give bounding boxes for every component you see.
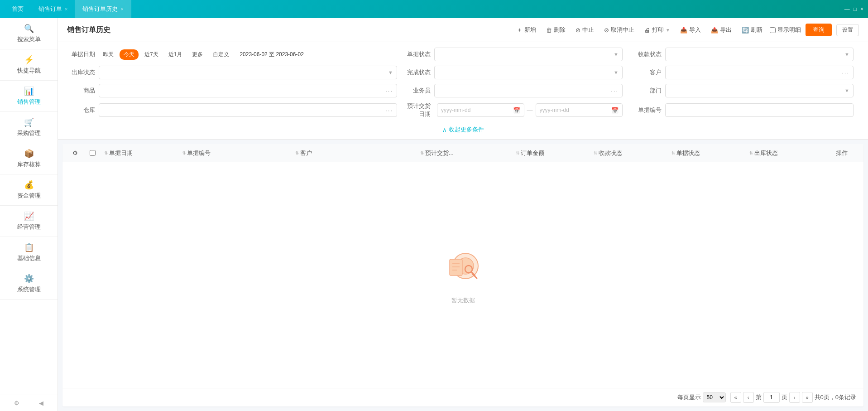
collapse-row[interactable]: ∧ 收起更多条件 xyxy=(67,123,859,134)
bill-status-field[interactable]: ▼ xyxy=(434,48,623,61)
next-page-btn[interactable]: › xyxy=(789,392,800,403)
delivery-date-start[interactable]: yyyy-mm-dd 📅 xyxy=(437,103,524,117)
th-delivery[interactable]: ⇅ 预计交货... xyxy=(417,149,512,157)
search-menu-icon: 🔍 xyxy=(24,24,34,34)
tab-sales-order-label: 销售订单 xyxy=(38,5,62,13)
sidebar-item-operations[interactable]: 📈 经营管理 xyxy=(0,206,58,237)
tab-sales-order-history-close[interactable]: × xyxy=(120,6,123,12)
export-button[interactable]: 📤 导出 xyxy=(708,24,734,36)
first-page-btn[interactable]: « xyxy=(730,392,741,403)
table-settings-icon: ⚙ xyxy=(72,150,78,156)
date-tab-today[interactable]: 今天 xyxy=(120,49,139,60)
sidebar-item-system[interactable]: ⚙️ 系统管理 xyxy=(0,268,58,300)
per-page-dropdown[interactable]: 50 10 20 100 xyxy=(703,392,726,402)
refresh-button[interactable]: 🔄 刷新 xyxy=(739,24,765,36)
receipt-status-field[interactable]: ▼ xyxy=(665,48,854,61)
salesperson-label: 业务员 xyxy=(403,87,434,95)
import-button[interactable]: 📥 导入 xyxy=(677,24,704,36)
delete-button[interactable]: 🗑 删除 xyxy=(543,24,568,36)
customer-label: 客户 xyxy=(633,68,665,77)
warehouse-field[interactable]: ··· xyxy=(99,103,397,117)
sidebar-item-quick-nav[interactable]: ⚡ 快捷导航 xyxy=(0,49,58,81)
page-size-select: 每页显示 50 10 20 100 xyxy=(677,392,726,402)
query-button[interactable]: 查询 xyxy=(806,24,832,36)
sidebar-item-purchase-mgmt-label: 采购管理 xyxy=(17,129,41,137)
product-label: 商品 xyxy=(67,87,99,95)
product-field[interactable]: ··· xyxy=(99,84,397,97)
last-page-btn[interactable]: » xyxy=(802,392,813,403)
sidebar-item-purchase-mgmt[interactable]: 🛒 采购管理 xyxy=(0,112,58,143)
sidebar-item-inventory[interactable]: 📦 库存核算 xyxy=(0,143,58,174)
th-customer-label: 客户 xyxy=(300,149,312,157)
refresh-label: 刷新 xyxy=(751,26,762,34)
sidebar-settings-icon[interactable]: ⚙ xyxy=(14,400,19,406)
sidebar-collapse-icon[interactable]: ◀ xyxy=(39,400,43,406)
date-tab-more[interactable]: 更多 xyxy=(188,49,207,60)
sidebar-item-sales-mgmt-label: 销售管理 xyxy=(17,98,41,106)
date-tab-yesterday[interactable]: 昨天 xyxy=(99,49,118,60)
sort-date-icon: ⇅ xyxy=(104,150,108,155)
delivery-date-end[interactable]: yyyy-mm-dd 📅 xyxy=(536,103,623,117)
th-receipt[interactable]: ⇅ 收款状态 xyxy=(590,149,668,157)
show-details-checkbox[interactable] xyxy=(770,27,776,33)
print-button[interactable]: 🖨 打印 ▼ xyxy=(642,24,673,36)
date-tab-last7[interactable]: 近7天 xyxy=(140,49,163,60)
sort-delivery-icon: ⇅ xyxy=(420,150,424,155)
stop-button[interactable]: ⊘ 中止 xyxy=(573,24,597,36)
delivery-end-placeholder: yyyy-mm-dd xyxy=(540,107,569,113)
inventory-icon: 📦 xyxy=(24,149,34,159)
svg-rect-4 xyxy=(450,259,462,276)
window-close[interactable]: × xyxy=(860,6,863,12)
out-status-field[interactable]: ▼ xyxy=(99,66,397,79)
add-button[interactable]: ＋ 新增 xyxy=(514,24,539,36)
tab-home[interactable]: 首页 xyxy=(5,0,31,18)
content: 销售订单历史 ＋ 新增 🗑 删除 ⊘ 中止 ⊘ 取消中止 xyxy=(58,18,868,411)
date-tab-last1m[interactable]: 近1月 xyxy=(164,49,187,60)
window-minimize[interactable]: — xyxy=(844,6,850,12)
tab-sales-order[interactable]: 销售订单 × xyxy=(31,0,75,18)
sales-mgmt-icon: 📊 xyxy=(24,86,34,96)
date-separator: — xyxy=(527,107,533,114)
topbar-actions: — □ × xyxy=(844,6,863,12)
settings-button[interactable]: 设置 xyxy=(836,24,859,36)
window-maximize[interactable]: □ xyxy=(854,6,857,12)
salesperson-field[interactable]: ··· xyxy=(434,84,623,97)
system-icon: ⚙️ xyxy=(24,274,34,284)
stop-label: 中止 xyxy=(582,26,594,34)
sidebar-item-master-data[interactable]: 📋 基础信息 xyxy=(0,237,58,268)
th-customer[interactable]: ⇅ 客户 xyxy=(292,149,417,157)
cancel-stop-button[interactable]: ⊘ 取消中止 xyxy=(601,24,637,36)
th-billno[interactable]: ⇅ 单据编号 xyxy=(178,149,292,157)
filter-row-3: 商品 ··· 业务员 ··· 部门 xyxy=(67,84,859,97)
th-date[interactable]: ⇅ 单据日期 xyxy=(101,149,178,157)
sort-out-icon: ⇅ xyxy=(749,150,753,155)
prev-page-btn[interactable]: ‹ xyxy=(743,392,754,403)
department-field[interactable]: ▼ xyxy=(665,84,854,97)
empty-text: 暂无数据 xyxy=(451,296,475,305)
th-settings[interactable]: ⚙ xyxy=(66,150,84,156)
sidebar-item-finance[interactable]: 💰 资金管理 xyxy=(0,174,58,206)
show-details-toggle[interactable]: 显示明细 xyxy=(770,26,801,34)
export-icon: 📤 xyxy=(711,27,718,34)
th-date-label: 单据日期 xyxy=(109,149,133,157)
sidebar-item-search-menu[interactable]: 🔍 搜索菜单 xyxy=(0,18,58,49)
bill-no-field[interactable] xyxy=(665,103,854,117)
page-header: 销售订单历史 ＋ 新增 🗑 删除 ⊘ 中止 ⊘ 取消中止 xyxy=(58,18,868,42)
page-input[interactable] xyxy=(763,392,780,403)
date-tab-custom[interactable]: 自定义 xyxy=(209,49,233,60)
th-amount[interactable]: ⇅ 订单金额 xyxy=(512,149,590,157)
th-delivery-label: 预计交货... xyxy=(425,149,454,157)
sort-amount-icon: ⇅ xyxy=(516,150,519,155)
refresh-icon: 🔄 xyxy=(742,27,749,34)
select-all-checkbox[interactable] xyxy=(90,150,96,156)
sidebar-item-sales-mgmt[interactable]: 📊 销售管理 xyxy=(0,81,58,112)
tab-sales-order-history[interactable]: 销售订单历史 × xyxy=(75,0,131,18)
salesperson-dots-icon: ··· xyxy=(611,87,619,94)
tab-sales-order-close[interactable]: × xyxy=(65,6,67,12)
customer-field[interactable]: ··· xyxy=(665,66,854,79)
th-out[interactable]: ⇅ 出库状态 xyxy=(746,149,824,157)
complete-status-field[interactable]: ▼ xyxy=(434,66,623,79)
th-status[interactable]: ⇅ 单据状态 xyxy=(668,149,746,157)
per-page-label: 每页显示 xyxy=(677,393,701,401)
th-checkbox[interactable] xyxy=(84,150,101,156)
